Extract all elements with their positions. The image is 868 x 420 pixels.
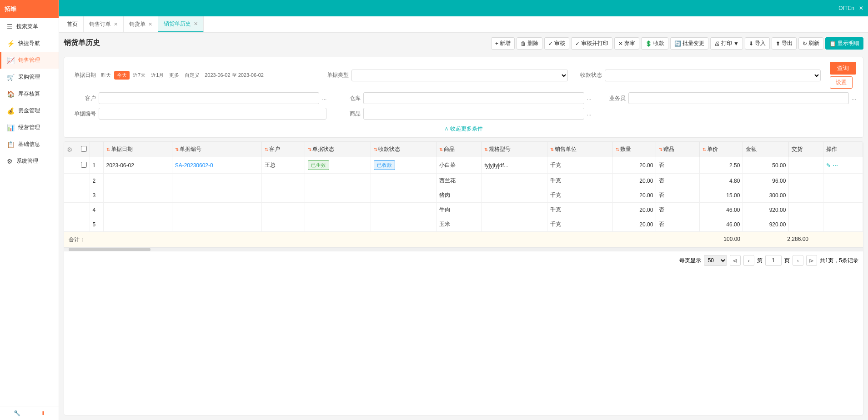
sidebar-item-inventory-calc[interactable]: 🏠 库存核算 bbox=[0, 85, 59, 102]
last-page-btn[interactable]: ⊳ bbox=[806, 255, 817, 266]
abandon-button[interactable]: ✕ 弃审 bbox=[614, 37, 639, 50]
row-operation[interactable] bbox=[823, 174, 863, 188]
col-doc-date[interactable]: ⇅单据日期 bbox=[103, 142, 172, 157]
row-gift: 否 bbox=[656, 217, 699, 232]
table-row: 2 西兰花 千克 20.00 否 4.80 96.00 bbox=[64, 174, 863, 188]
tab-sales-history-close[interactable]: ✕ bbox=[194, 21, 198, 27]
row-doc-no[interactable] bbox=[172, 203, 261, 217]
tab-sales-order-close[interactable]: ✕ bbox=[114, 21, 118, 27]
row-spec-type bbox=[482, 203, 547, 217]
per-page-select[interactable]: 50 100 200 bbox=[704, 255, 727, 266]
tab-sales-goods[interactable]: 销货单 ✕ bbox=[124, 16, 158, 32]
row-gift: 否 bbox=[656, 188, 699, 203]
collect-button[interactable]: 💲 收款 bbox=[641, 37, 668, 50]
sales-rep-input[interactable] bbox=[628, 92, 849, 104]
warehouse-input[interactable] bbox=[363, 92, 584, 104]
add-icon: + bbox=[495, 40, 498, 47]
tab-sales-order[interactable]: 销售订单 ✕ bbox=[84, 16, 124, 32]
prev-page-btn[interactable]: ‹ bbox=[743, 255, 754, 266]
edit-op-btn[interactable]: ✎ bbox=[826, 162, 831, 169]
audit-print-button[interactable]: ✓ 审核并打印 bbox=[571, 37, 612, 50]
row-gear-cell bbox=[64, 203, 78, 217]
print-button[interactable]: 🖨 打印 ▼ bbox=[710, 37, 743, 50]
export-button[interactable]: ⬆ 导出 bbox=[772, 37, 797, 50]
date-btn-7days[interactable]: 近7天 bbox=[130, 71, 148, 80]
query-button[interactable]: 查询 bbox=[830, 62, 856, 75]
batch-change-button[interactable]: 🔄 批量变更 bbox=[670, 37, 708, 50]
sidebar-item-search-menu[interactable]: ☰ 搜索菜单 bbox=[0, 18, 59, 35]
add-button[interactable]: + 新增 bbox=[491, 37, 515, 50]
date-btn-today[interactable]: 今天 bbox=[114, 71, 130, 80]
doc-no-input[interactable] bbox=[99, 108, 326, 120]
sales-rep-label: 业务员 bbox=[601, 95, 626, 102]
sidebar-item-biz-mgmt[interactable]: 📊 经营管理 bbox=[0, 119, 59, 136]
row-operation[interactable] bbox=[823, 217, 863, 232]
col-unit-price[interactable]: ⇅单价 bbox=[699, 142, 743, 157]
settings-bottom-icon[interactable]: 🔧 bbox=[14, 410, 20, 416]
row-doc-no[interactable] bbox=[172, 174, 261, 188]
select-all-checkbox[interactable] bbox=[81, 146, 87, 152]
goods-more-icon[interactable]: ... bbox=[587, 110, 592, 117]
import-button[interactable]: ⬇ 导入 bbox=[745, 37, 770, 50]
warehouse-label: 仓库 bbox=[336, 95, 361, 102]
row-doc-no[interactable]: SA-20230602-0 bbox=[172, 157, 261, 174]
date-btn-more[interactable]: 更多 bbox=[167, 71, 181, 80]
col-gift[interactable]: ⇅赠品 bbox=[656, 142, 699, 157]
row-checkbox[interactable] bbox=[81, 162, 87, 168]
tab-sales-history[interactable]: 销货单历史 ✕ bbox=[158, 16, 204, 32]
row-operation[interactable] bbox=[823, 203, 863, 217]
audit-button[interactable]: ✓ 审核 bbox=[544, 37, 569, 50]
sidebar-item-sys-mgmt[interactable]: ⚙ 系统管理 bbox=[0, 153, 59, 170]
more-op-btn[interactable]: ⋯ bbox=[833, 162, 838, 169]
date-btn-custom[interactable]: 自定义 bbox=[182, 71, 202, 80]
export-icon: ⬆ bbox=[776, 40, 780, 47]
filter-collapse[interactable]: ∧ 收起更多条件 bbox=[71, 123, 856, 133]
close-window-icon[interactable]: ✕ bbox=[859, 5, 863, 11]
tab-sales-goods-close[interactable]: ✕ bbox=[148, 21, 152, 27]
page-input[interactable] bbox=[765, 255, 782, 266]
sidebar-item-basic-info[interactable]: 📋 基础信息 bbox=[0, 136, 59, 153]
collect-status-select[interactable] bbox=[605, 70, 821, 81]
row-sales-unit: 千克 bbox=[547, 188, 612, 203]
customer-more-icon[interactable]: ... bbox=[322, 95, 326, 101]
pause-bottom-icon[interactable]: ⏸ bbox=[40, 410, 45, 416]
row-qty: 20.00 bbox=[612, 217, 656, 232]
date-btn-yesterday[interactable]: 昨天 bbox=[99, 71, 113, 80]
first-page-btn[interactable]: ⊲ bbox=[730, 255, 741, 266]
col-gear[interactable]: ⚙ bbox=[64, 142, 78, 157]
sales-icon: 📈 bbox=[7, 57, 15, 64]
refresh-button[interactable]: ↻ 刷新 bbox=[798, 37, 823, 50]
delete-button[interactable]: 🗑 删除 bbox=[517, 37, 542, 50]
col-doc-no[interactable]: ⇅单据编号 bbox=[172, 142, 261, 157]
row-doc-no[interactable] bbox=[172, 188, 261, 203]
doc-type-select[interactable] bbox=[351, 70, 567, 81]
col-collect-status[interactable]: ⇅收款状态 bbox=[371, 142, 436, 157]
next-page-btn[interactable]: › bbox=[793, 255, 803, 266]
sidebar-item-purchase-mgmt[interactable]: 🛒 采购管理 bbox=[0, 69, 59, 85]
row-operation[interactable]: ✎⋯ bbox=[823, 157, 863, 174]
col-customer[interactable]: ⇅客户 bbox=[261, 142, 305, 157]
summary-total-qty: 100.00 bbox=[722, 236, 777, 244]
sidebar-item-quick-nav[interactable]: ⚡ 快捷导航 bbox=[0, 35, 59, 52]
sidebar-item-fund-mgmt[interactable]: 💰 资金管理 bbox=[0, 102, 59, 119]
date-btn-1month[interactable]: 近1月 bbox=[149, 71, 166, 80]
goods-input[interactable] bbox=[363, 108, 584, 120]
collect-icon: 💲 bbox=[645, 40, 652, 47]
col-qty[interactable]: ⇅数量 bbox=[612, 142, 656, 157]
col-sales-unit[interactable]: ⇅销售单位 bbox=[547, 142, 612, 157]
warehouse-more-icon[interactable]: ... bbox=[587, 95, 592, 101]
row-operation[interactable] bbox=[823, 188, 863, 203]
row-doc-no[interactable] bbox=[172, 217, 261, 232]
gear-icon[interactable]: ⚙ bbox=[67, 146, 73, 153]
col-goods[interactable]: ⇅商品 bbox=[436, 142, 482, 157]
sales-rep-more-icon[interactable]: ... bbox=[852, 95, 856, 101]
row-doc-status bbox=[305, 217, 371, 232]
customer-input[interactable] bbox=[99, 92, 319, 104]
sidebar-item-sales-mgmt[interactable]: 📈 销售管理 bbox=[0, 52, 59, 69]
horizontal-scrollbar[interactable] bbox=[64, 247, 863, 251]
setup-button[interactable]: 设置 bbox=[830, 76, 853, 89]
show-details-button[interactable]: 📋 显示明细 bbox=[825, 37, 863, 50]
tab-home[interactable]: 首页 bbox=[61, 16, 84, 32]
col-spec-type[interactable]: ⇅规格型号 bbox=[482, 142, 547, 157]
col-doc-status[interactable]: ⇅单据状态 bbox=[305, 142, 371, 157]
